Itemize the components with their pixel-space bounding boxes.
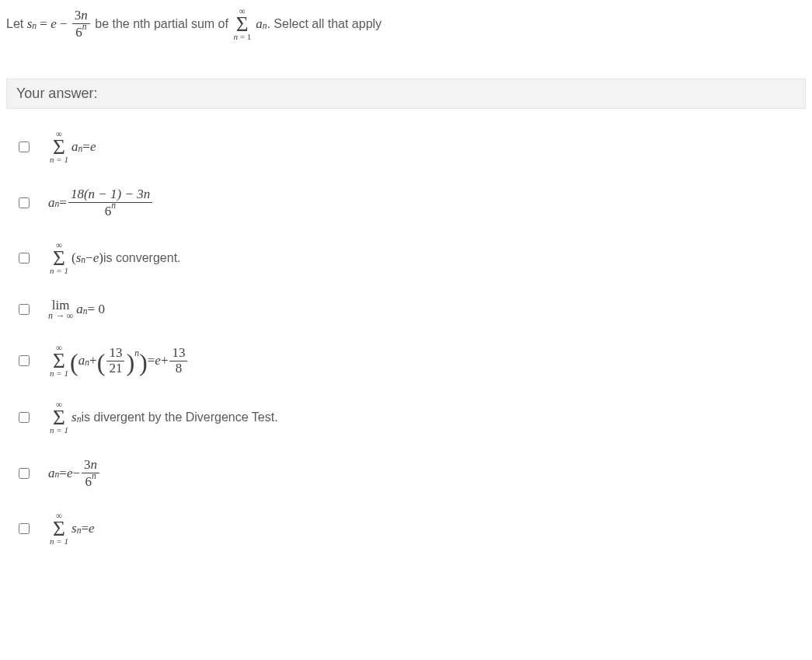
fraction-3n-over-6n: 3n 6n <box>82 458 99 489</box>
option-7-checkbox[interactable] <box>19 468 30 479</box>
option-3: ∞ Σ n = 1 ( sn − e ) is convergent. <box>16 242 806 275</box>
text-select: Select all that apply <box>270 17 382 31</box>
options-list: ∞ Σ n = 1 an = e an = 18(n − 1) − 3n 6n <box>6 131 806 546</box>
option-2-math: an = 18(n − 1) − 3n 6n <box>48 187 154 218</box>
var-e: e <box>51 16 57 32</box>
option-6: ∞ Σ n = 1 sn is divergent by the Diverge… <box>16 401 806 435</box>
option-1: ∞ Σ n = 1 an = e <box>16 131 806 164</box>
math-sum-an: ∞ Σ n = 1 an <box>232 8 267 41</box>
sigma-operator: ∞ Σ n = 1 <box>50 131 68 164</box>
sum-lower-eq1: = 1 <box>238 32 251 41</box>
den-6: 6 <box>75 25 82 40</box>
text-let: Let <box>6 17 27 31</box>
sigma-operator: ∞ Σ n = 1 <box>233 8 251 41</box>
option-4: lim n → ∞ an = 0 <box>16 299 806 321</box>
sigma-operator: ∞ Σ n = 1 <box>50 242 68 275</box>
option-5: ∞ Σ n = 1 ( an + ( 13 21 ) n ) = e + <box>16 344 806 378</box>
sigma-operator: ∞ Σ n = 1 <box>50 512 68 546</box>
minus: − <box>57 16 71 32</box>
math-sn-formula: sn = e − 3n 6n <box>27 9 92 40</box>
option-3-checkbox[interactable] <box>19 253 30 264</box>
option-1-checkbox[interactable] <box>19 141 30 152</box>
answer-header: Your answer: <box>6 79 806 109</box>
sigma-symbol: Σ <box>236 16 249 33</box>
option-1-math: ∞ Σ n = 1 an = e <box>48 131 96 164</box>
option-4-math: lim n → ∞ an = 0 <box>48 299 105 321</box>
option-5-checkbox[interactable] <box>19 355 30 366</box>
var-s: s <box>27 16 33 32</box>
option-2-checkbox[interactable] <box>19 197 30 208</box>
option-4-checkbox[interactable] <box>19 304 30 315</box>
text-be-the: be the nth partial sum of <box>92 17 232 31</box>
fraction-3n-over-6n: 3n 6n <box>72 9 90 40</box>
equals: = <box>37 16 51 32</box>
sub-n: n <box>32 21 37 31</box>
option-3-math: ∞ Σ n = 1 ( sn − e ) is convergent. <box>48 242 181 275</box>
page-root: Let sn = e − 3n 6n be the nth partial su… <box>0 0 812 585</box>
fraction: 18(n − 1) − 3n 6n <box>68 187 152 218</box>
den-exp-n: n <box>82 22 87 32</box>
fraction-13-21: 13 21 <box>106 346 124 375</box>
option-6-checkbox[interactable] <box>19 412 30 423</box>
var-a: a <box>256 16 263 32</box>
option-8: ∞ Σ n = 1 sn = e <box>16 512 806 546</box>
question-prompt: Let sn = e − 3n 6n be the nth partial su… <box>6 8 806 41</box>
option-2: an = 18(n − 1) − 3n 6n <box>16 187 806 218</box>
sub-n-a: n <box>263 21 267 31</box>
option-6-math: ∞ Σ n = 1 sn is divergent by the Diverge… <box>48 401 278 435</box>
num-n: n <box>81 8 88 23</box>
lim-operator: lim n → ∞ <box>48 299 73 321</box>
option-8-checkbox[interactable] <box>19 523 30 534</box>
option-7: an = e − 3n 6n <box>16 458 806 489</box>
option-8-math: ∞ Σ n = 1 sn = e <box>48 512 95 546</box>
option-7-math: an = e − 3n 6n <box>48 458 101 489</box>
sigma-operator: ∞ Σ n = 1 <box>50 344 68 378</box>
sigma-operator: ∞ Σ n = 1 <box>50 401 68 435</box>
fraction-13-8: 13 8 <box>169 346 187 375</box>
option-5-math: ∞ Σ n = 1 ( an + ( 13 21 ) n ) = e + <box>48 344 189 378</box>
